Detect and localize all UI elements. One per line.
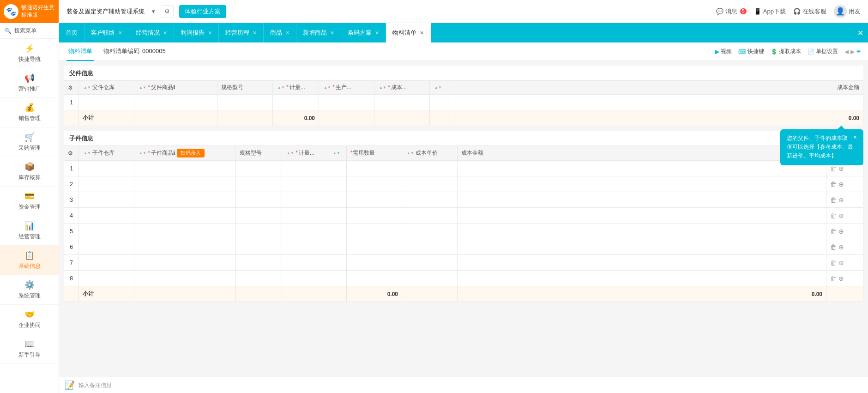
- nav-tab-2[interactable]: 经营情况✕: [129, 23, 174, 42]
- tooltip-text: 您的父件、子件的成本取值可以选择【参考成本、最新进价、平均成本】: [787, 135, 853, 159]
- copy-icon-2[interactable]: ⊕: [838, 196, 844, 204]
- copy-icon-6[interactable]: ⊕: [838, 259, 844, 266]
- nav-tab-5[interactable]: 商品✕: [264, 23, 296, 42]
- delete-icon-4[interactable]: 🗑: [830, 228, 837, 235]
- delete-icon-5[interactable]: 🗑: [830, 243, 837, 251]
- nav-tab-4[interactable]: 经营历程✕: [219, 23, 264, 42]
- scan-input-button[interactable]: 扫码录入: [177, 149, 205, 157]
- single-settings-action[interactable]: 📄 单据设置: [808, 48, 838, 55]
- message-icon: 💬: [716, 8, 723, 15]
- child-col-sort: ▲▼: [328, 146, 347, 161]
- copy-icon-1[interactable]: ⊕: [838, 181, 844, 188]
- tooltip-close-button[interactable]: ×: [853, 134, 857, 140]
- shortcut-action[interactable]: ⌨ 快捷键: [738, 48, 764, 55]
- nav-tab-7[interactable]: 条码方案✕: [341, 23, 386, 42]
- app-icon: 📱: [754, 8, 761, 15]
- search-menu[interactable]: 🔍 搜索菜单: [0, 23, 59, 39]
- sidebar-label-inventory: 库存核算: [18, 174, 41, 181]
- nav-tab-close-1[interactable]: ✕: [118, 30, 122, 36]
- delete-icon-7[interactable]: 🗑: [830, 275, 837, 282]
- delete-icon-1[interactable]: 🗑: [830, 181, 837, 188]
- copy-icon-5[interactable]: ⊕: [838, 243, 844, 251]
- nav-tab-close-5[interactable]: ✕: [285, 30, 289, 36]
- parent-col-cost: ▲▼ *成本...: [374, 81, 430, 95]
- table-row: 5 🗑⊕: [64, 224, 863, 239]
- nav-tab-label-4: 经营历程: [225, 29, 249, 37]
- view-action[interactable]: ▶ 视频: [715, 48, 732, 55]
- copy-icon-0[interactable]: ⊕: [838, 165, 844, 172]
- sidebar-item-quick-nav[interactable]: ⚡快捷导航: [0, 39, 59, 68]
- logo-icon: 🐾: [4, 4, 18, 19]
- delete-icon-3[interactable]: 🗑: [830, 212, 837, 219]
- app-download-button[interactable]: 📱 App下载: [754, 7, 786, 16]
- nav-tab-close-2[interactable]: ✕: [163, 30, 167, 36]
- trial-button[interactable]: 体验行业方案: [179, 5, 226, 18]
- nav-tab-3[interactable]: 利润报告✕: [174, 23, 219, 42]
- delete-icon-0[interactable]: 🗑: [830, 165, 837, 172]
- child-table: ⚙ ▲▼ 子件仓库 ▲▼ *子件商品ℹ 扫码录入 规格型号 ▲▼ *计量...: [64, 145, 863, 302]
- page-nav-next[interactable]: ▶: [850, 48, 855, 55]
- child-col-product: ▲▼ *子件商品ℹ 扫码录入: [134, 146, 236, 161]
- system-title-dropdown[interactable]: ▾: [152, 8, 155, 15]
- parent-col-spec: 规格型号: [217, 81, 273, 95]
- sidebar-item-inventory[interactable]: 📦库存核算: [0, 157, 59, 187]
- sidebar-item-operations[interactable]: 📊经营管理: [0, 216, 59, 246]
- nav-tab-close-4[interactable]: ✕: [253, 30, 257, 36]
- parent-col-warehouse: ▲▼ 父件仓库: [79, 81, 134, 95]
- sidebar-item-system[interactable]: ⚙️系统管理: [0, 275, 59, 305]
- nav-tab-close-3[interactable]: ✕: [208, 30, 212, 36]
- message-button[interactable]: 💬 消息 5: [716, 7, 747, 16]
- sidebar-item-cooperation[interactable]: 🤝企业协同: [0, 305, 59, 334]
- page-header: 物料清单 物料清单编码 0000005 ▶ 视频 ⌨ 快捷键 💲 提取成本 📄: [59, 42, 868, 61]
- sidebar-item-sales[interactable]: 💰销售管理: [0, 98, 59, 127]
- nav-tab-6[interactable]: 新增商品✕: [296, 23, 341, 42]
- sidebar-icon-finance: 💳: [24, 191, 35, 201]
- grid-view-icon[interactable]: ≡: [856, 48, 861, 56]
- copy-icon-7[interactable]: ⊕: [838, 275, 844, 282]
- nav-tab-close-6[interactable]: ✕: [330, 30, 334, 36]
- sidebar-icon-operations: 📊: [24, 221, 35, 231]
- child-col-quantity: *需用数量: [347, 146, 402, 161]
- table-row: 6 🗑⊕: [64, 239, 863, 255]
- parent-section-title: 父件信息: [64, 66, 863, 80]
- copy-icon-3[interactable]: ⊕: [838, 212, 844, 219]
- sidebar-item-guide[interactable]: 📖新手引导: [0, 334, 59, 364]
- copy-icon-4[interactable]: ⊕: [838, 228, 844, 235]
- bill-code-value: 0000005: [142, 48, 166, 54]
- child-subtotal-row: 小计 0.00 0.00: [64, 286, 863, 302]
- table-row: 2 🗑⊕: [64, 176, 863, 192]
- close-all-tabs-button[interactable]: ✕: [853, 29, 868, 37]
- sidebar-item-finance[interactable]: 💳资金管理: [0, 187, 59, 216]
- nav-tab-close-8[interactable]: ✕: [420, 30, 424, 36]
- note-icon: 📝: [65, 380, 75, 390]
- nav-tab-8[interactable]: 物料清单✕: [386, 23, 431, 42]
- user-menu[interactable]: 👤 用友: [834, 5, 861, 18]
- sidebar-item-marketing[interactable]: 📢营销推广: [0, 68, 59, 98]
- extract-cost-action[interactable]: 💲 提取成本: [771, 48, 801, 55]
- sidebar-item-purchase[interactable]: 🛒采购管理: [0, 127, 59, 157]
- parent-subtotal-unit: 0.00: [273, 110, 319, 126]
- sidebar-item-basic-info[interactable]: 📋基础信息: [0, 246, 59, 275]
- page-nav-prev[interactable]: ◀: [844, 48, 849, 55]
- delete-icon-6[interactable]: 🗑: [830, 259, 837, 266]
- nav-tab-close-7[interactable]: ✕: [375, 30, 379, 36]
- sidebar-icon-sales: 💰: [24, 103, 35, 113]
- headset-icon: 🎧: [793, 8, 801, 15]
- parent-table: ⚙ ▲▼ 父件仓库 ▲▼ *父件商品ℹ 规格型号 ▲▼ *计量... ▲▼ *生…: [64, 80, 863, 126]
- sidebar-icon-guide: 📖: [24, 339, 35, 349]
- keyboard-icon: ⌨: [738, 48, 746, 55]
- nav-tab-0[interactable]: 首页: [59, 23, 84, 42]
- settings-gear-button[interactable]: ⚙: [161, 5, 174, 18]
- tab-bill-code[interactable]: 物料清单编码 0000005: [102, 42, 168, 61]
- note-placeholder[interactable]: 输入备注信息: [78, 381, 112, 389]
- online-service-button[interactable]: 🎧 在线客服: [793, 7, 826, 16]
- nav-tab-1[interactable]: 客户联络✕: [84, 23, 129, 42]
- delete-icon-2[interactable]: 🗑: [830, 196, 837, 204]
- tab-bill-list[interactable]: 物料清单: [66, 42, 94, 61]
- doc-icon: 📄: [808, 48, 814, 55]
- sidebar-icon-purchase: 🛒: [24, 132, 35, 142]
- sidebar-label-cooperation: 企业协同: [18, 321, 41, 329]
- table-row: 1 🗑⊕: [64, 161, 863, 176]
- parent-col-unit: ▲▼ *计量...: [273, 81, 319, 95]
- logo-text: 畅通诺好生意 标准版: [21, 4, 54, 18]
